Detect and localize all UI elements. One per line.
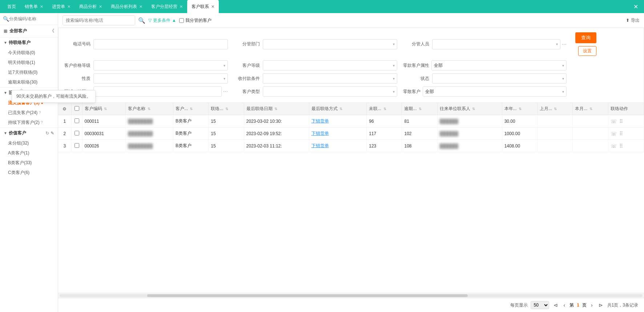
th-checkbox[interactable] [71, 103, 82, 115]
per-page-select[interactable]: 50 20 100 [531, 301, 549, 309]
sidebar-item-churned[interactable]: 已流失客户(24) ? [0, 108, 58, 118]
tab-close-analysis-list[interactable]: ✕ [139, 4, 142, 9]
main-search-input[interactable] [63, 15, 135, 25]
horizontal-scrollbar[interactable] [58, 293, 644, 298]
person-select[interactable]: ▾ [432, 39, 560, 49]
last-page-button[interactable]: ⊳ [597, 301, 604, 309]
region-more-icon[interactable]: ··· [223, 88, 228, 95]
tab-purchase[interactable]: 进货单 ✕ [48, 0, 75, 13]
contact-icon[interactable]: ☏ [611, 118, 617, 124]
row-checkbox[interactable] [75, 118, 79, 123]
select-all-checkbox[interactable] [75, 106, 79, 111]
cell-last-way[interactable]: 下销货单 [309, 140, 367, 152]
refresh-icon[interactable]: ↻ [45, 131, 49, 136]
tab-close-tier[interactable]: ✕ [180, 4, 183, 9]
customer-level-select[interactable]: ▾ [263, 60, 397, 70]
tab-customer-tier[interactable]: 客户分层经营 ✕ [147, 0, 187, 13]
sidebar-item-c-class[interactable]: C类客户(6) [0, 168, 58, 178]
th-company-contact[interactable]: 往来单位联系人 ⇅ [437, 103, 502, 115]
price-level-select[interactable]: ▾ [93, 60, 228, 70]
zero-attr-select[interactable]: 全部 ▾ [431, 60, 567, 70]
query-button[interactable]: 查询 [575, 32, 596, 43]
cell-checkbox[interactable] [71, 127, 82, 140]
field-person: 分管人员 ▾ ··· [403, 39, 567, 49]
tab-close-contact[interactable]: ✕ [211, 4, 214, 9]
sidebar-item-today[interactable]: 今天待联络(0) [0, 48, 58, 58]
customer-type-select[interactable]: ▾ [263, 86, 397, 97]
last-way-link[interactable]: 下销货单 [311, 131, 329, 136]
more-actions-icon[interactable]: ⠿ [619, 118, 623, 124]
sidebar-search-input[interactable] [9, 16, 58, 21]
last-way-link[interactable]: 下销货单 [311, 143, 329, 148]
th-last-month[interactable]: 上月... ⇅ [537, 103, 572, 115]
sidebar-all-customers[interactable]: ⊞ 全部客户 《 [0, 25, 58, 37]
tab-close-sales[interactable]: ✕ [40, 4, 43, 9]
th-contact[interactable]: 联络... ⇅ [209, 103, 244, 115]
tab-close-analysis[interactable]: ✕ [99, 4, 102, 9]
next-page-button[interactable]: › [589, 301, 594, 309]
scattered-select[interactable]: 全部 ▾ [423, 86, 567, 97]
th-this-year[interactable]: 本年... ⇅ [502, 103, 537, 115]
cell-last-way[interactable]: 下销货单 [309, 115, 367, 127]
my-customer-checkbox[interactable] [179, 18, 184, 23]
sidebar-item-ungroup[interactable]: 未分组(32) [0, 138, 58, 148]
tab-customer-contact[interactable]: 客户联系 ✕ [187, 0, 219, 13]
scrollbar-thumb[interactable] [147, 294, 468, 297]
payment-select[interactable]: ▾ [263, 73, 397, 84]
sidebar-item-overdue[interactable]: 逾期未联络(30) [0, 77, 58, 87]
th-type[interactable]: 客户... ⇅ [173, 103, 208, 115]
cell-checkbox[interactable] [71, 140, 82, 152]
nature-select[interactable]: ▾ [93, 73, 228, 84]
tab-home[interactable]: 首页 [3, 0, 20, 13]
settings-button[interactable]: 设置 [578, 46, 596, 56]
collapse-icon[interactable]: 《 [50, 28, 54, 34]
sidebar-item-declining[interactable]: 持续下滑客户(2) ? [0, 118, 58, 127]
th-this-month[interactable]: 本月... ⇅ [573, 103, 608, 115]
th-overdue[interactable]: 逾期... ⇅ [402, 103, 437, 115]
th-code[interactable]: 客户编码 ⇅ [82, 103, 126, 115]
prev-page-button[interactable]: ‹ [562, 301, 567, 309]
main-search-button[interactable]: 🔍 [138, 17, 145, 24]
th-settings[interactable]: ⚙ [58, 103, 71, 115]
edit-icon[interactable]: ✎ [51, 131, 54, 136]
sidebar-item-b-class[interactable]: B类客户(33) [0, 158, 58, 168]
dept-select[interactable]: ▾ [263, 39, 397, 49]
cell-overdue: 102 [402, 127, 437, 140]
contact-icon[interactable]: ☏ [611, 143, 617, 149]
cell-last-way[interactable]: 下销货单 [309, 127, 367, 140]
more-actions-icon[interactable]: ⠿ [619, 131, 623, 137]
status-select[interactable]: ▾ [432, 73, 567, 84]
scrollbar-track[interactable] [60, 294, 643, 297]
row-checkbox[interactable] [75, 131, 79, 135]
sidebar-item-tomorrow[interactable]: 明天待联络(1) [0, 58, 58, 68]
export-button[interactable]: ⬆ 导出 [626, 17, 640, 24]
sidebar-item-a-class[interactable]: A类客户(1) [0, 148, 58, 158]
region-select[interactable] [93, 86, 222, 97]
data-table-area: ⚙ 客户编码 ⇅ 客户名称 ⇅ 客户... ⇅ 联络... ⇅ 最后联络日期 ⇅… [58, 103, 644, 293]
more-actions-icon[interactable]: ⠿ [619, 143, 623, 149]
pagination-bar: 每页显示 50 20 100 ⊲ ‹ 第 1 页 › ⊳ 共1页，3条记录 [58, 298, 644, 312]
th-last-way[interactable]: 最后联络方式 ⇅ [309, 103, 367, 115]
th-last-date[interactable]: 最后联络日期 ⇅ [244, 103, 309, 115]
tab-product-analysis-list[interactable]: 商品分析列表 ✕ [106, 0, 147, 13]
tab-close-purchase[interactable]: ✕ [67, 4, 71, 9]
contact-icon[interactable]: ☏ [611, 131, 617, 137]
sidebar-group-waiting[interactable]: ▼ 待联络客户 [0, 37, 58, 48]
grid-icon: ⊞ [4, 29, 7, 34]
phone-input[interactable] [93, 39, 228, 49]
first-page-button[interactable]: ⊲ [552, 301, 559, 309]
sidebar-group-value[interactable]: ▼ 价值客户 ↻ ✎ [0, 127, 58, 138]
window-close-button[interactable]: ✕ [631, 3, 641, 10]
filter-more-button[interactable]: ▽ 更多条件 ▲ [148, 17, 176, 24]
sort-icon-type: ⇅ [190, 107, 193, 111]
cell-checkbox[interactable] [71, 115, 82, 127]
row-checkbox[interactable] [75, 143, 79, 148]
th-unlink[interactable]: 未联... ⇅ [367, 103, 402, 115]
sidebar-item-7days[interactable]: 近7天待联络(0) [0, 68, 58, 77]
person-more-icon[interactable]: ··· [562, 41, 567, 48]
th-name[interactable]: 客户名称 ⇅ [126, 103, 173, 115]
action-icons: ☏ ⠿ [611, 131, 641, 137]
tab-sales[interactable]: 销售单 ✕ [20, 0, 48, 13]
last-way-link[interactable]: 下销货单 [311, 118, 329, 123]
tab-product-analysis[interactable]: 商品分析 ✕ [75, 0, 106, 13]
